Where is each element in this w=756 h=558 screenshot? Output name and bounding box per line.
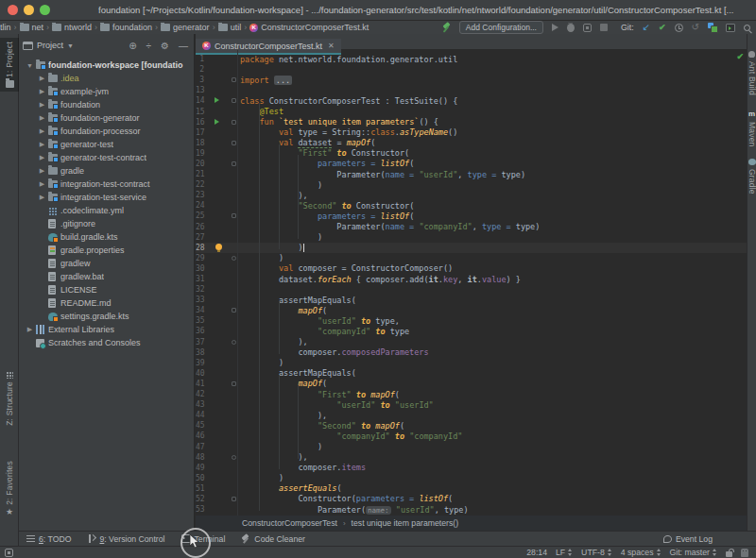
tree-item-example-jvm[interactable]: ▶example-jvm: [19, 85, 194, 98]
fold-marker-icon[interactable]: [232, 120, 236, 125]
code-line-39[interactable]: 39 ): [196, 358, 747, 368]
tree-item-external-libraries[interactable]: ▶External Libraries: [19, 323, 194, 336]
tree-item-generator-test-contract[interactable]: ▶generator-test-contract: [19, 151, 194, 164]
code-line-14[interactable]: 14class ConstructorComposerTest : TestSu…: [196, 95, 747, 106]
fold-marker-icon[interactable]: [232, 98, 236, 103]
breadcrumb-item[interactable]: generator: [161, 23, 210, 32]
tree-item-foundation-generator[interactable]: ▶foundation-generator: [19, 111, 194, 125]
tree-item-license[interactable]: LICENSE: [19, 283, 194, 296]
stripe-button-gradle[interactable]: Gradle: [747, 169, 756, 194]
code-line-15[interactable]: 15 @Test: [196, 106, 747, 116]
caret-position[interactable]: 28:14: [526, 548, 547, 557]
line-separator-selector[interactable]: LF: [556, 548, 573, 557]
run-test-icon[interactable]: [215, 97, 219, 103]
collapse-all-icon[interactable]: ÷: [146, 41, 152, 51]
chevron-right-icon[interactable]: ▶: [36, 194, 48, 201]
tree-item-foundation-processor[interactable]: ▶foundation-processor: [19, 125, 194, 138]
code-line-50[interactable]: 50 ): [196, 473, 747, 483]
code-line-30[interactable]: 30 val composer = ConstructorComposer(): [196, 263, 747, 274]
tool-window-switcher-icon[interactable]: [5, 549, 13, 557]
chevron-right-icon[interactable]: ▶: [36, 75, 48, 82]
hide-panel-icon[interactable]: —: [179, 41, 188, 51]
tree-item-scratches-and-consoles[interactable]: Scratches and Consoles: [19, 336, 194, 349]
tool-window-button-code-cleaner[interactable]: Code Cleaner: [241, 534, 305, 544]
code-line-53[interactable]: 53 Parameter(name: "userId", type): [196, 504, 747, 515]
code-line-3[interactable]: 3import ...: [196, 75, 747, 85]
stripe-button-structure[interactable]: Z: Structure: [0, 367, 19, 430]
breadcrumb-item[interactable]: foundation: [100, 23, 152, 32]
debug-icon[interactable]: [567, 24, 575, 32]
code-line-29[interactable]: 29 ): [196, 253, 747, 263]
fold-marker-icon[interactable]: [232, 77, 236, 82]
chevron-right-icon[interactable]: ▶: [36, 101, 48, 109]
chevron-down-icon[interactable]: ▼: [67, 42, 74, 49]
breadcrumb-item[interactable]: util: [218, 23, 242, 32]
tool-window-button-6-todo[interactable]: 6: TODO: [26, 534, 71, 544]
encoding-selector[interactable]: UTF-8: [581, 548, 612, 557]
code-line-13[interactable]: 13: [196, 85, 747, 95]
intention-bulb-icon[interactable]: [215, 244, 222, 250]
fold-marker-icon[interactable]: [232, 381, 236, 386]
lock-icon[interactable]: [726, 551, 732, 557]
tree-item-gradle[interactable]: ▶gradle: [19, 164, 194, 178]
stripe-button-project[interactable]: 1: Project: [0, 38, 19, 92]
tree-item-gradlew[interactable]: gradlew: [19, 257, 194, 270]
close-tab-icon[interactable]: ✕: [328, 42, 335, 50]
fold-marker-icon[interactable]: [232, 141, 236, 145]
fold-marker-icon[interactable]: [232, 213, 236, 218]
fold-marker-icon[interactable]: [232, 308, 236, 313]
stop-icon[interactable]: [600, 24, 608, 31]
editor-breadcrumb-item[interactable]: ConstructorComposerTest: [242, 518, 337, 528]
chevron-right-icon[interactable]: ▶: [36, 127, 48, 135]
chevron-right-icon[interactable]: ▶: [36, 141, 48, 148]
build-icon[interactable]: [441, 23, 452, 33]
code-line-32[interactable]: 32: [196, 284, 747, 295]
structure-popup-icon[interactable]: [708, 23, 717, 32]
rollback-icon[interactable]: ↺: [692, 23, 699, 32]
tree-item-integration-test-contract[interactable]: ▶integration-test-contract: [19, 178, 194, 191]
add-configuration-button[interactable]: Add Configuration...: [459, 21, 543, 34]
code-line-2[interactable]: 2: [196, 64, 747, 75]
console-icon[interactable]: [726, 24, 735, 32]
breadcrumb-item[interactable]: KConstructorComposerTest.kt: [249, 23, 369, 32]
tree-item-generator-test[interactable]: ▶generator-test: [19, 138, 194, 151]
close-window-button[interactable]: [8, 5, 18, 15]
breadcrumb-item[interactable]: tlin: [0, 23, 11, 32]
coverage-icon[interactable]: [583, 24, 592, 32]
locate-file-icon[interactable]: ⊕: [129, 41, 136, 51]
tree-item-gitignore[interactable]: .gitignore: [19, 217, 194, 230]
breadcrumb-item[interactable]: ntworld: [52, 23, 92, 32]
fold-marker-icon[interactable]: [232, 497, 236, 501]
history-icon[interactable]: [675, 24, 683, 32]
stripe-button-maven[interactable]: Maven: [747, 122, 756, 147]
maximize-window-button[interactable]: [40, 5, 50, 15]
update-project-icon[interactable]: ↙: [643, 23, 650, 32]
chevron-right-icon[interactable]: ▶: [36, 154, 48, 161]
fold-end-marker-icon[interactable]: [232, 340, 236, 345]
code-line-16[interactable]: 16 fun `test unique item parameters`() {: [196, 117, 747, 127]
code-line-17[interactable]: 17 val type = String::class.asTypeName(): [196, 127, 747, 138]
tree-item-idea[interactable]: ▶.idea: [19, 72, 194, 85]
search-everywhere-icon[interactable]: [744, 25, 750, 31]
tree-item-build-gradle-kts[interactable]: build.gradle.kts: [19, 230, 194, 244]
tree-item-integration-test-service[interactable]: ▶integration-test-service: [19, 191, 194, 204]
chevron-right-icon[interactable]: ▶: [36, 167, 48, 175]
run-icon[interactable]: [552, 24, 558, 31]
minimize-window-button[interactable]: [24, 5, 34, 15]
chevron-right-icon[interactable]: ▶: [36, 114, 48, 122]
tree-item-codeclimate-yml[interactable]: .codeclimate.yml: [19, 204, 194, 217]
gear-icon[interactable]: ⚙: [161, 41, 169, 51]
editor-breadcrumb-item[interactable]: test unique item parameters(): [352, 518, 458, 528]
stripe-button-ant-build[interactable]: Ant Build: [747, 61, 756, 95]
tree-item-gradlew-bat[interactable]: gradlew.bat: [19, 270, 194, 283]
tool-window-button-9-version-control[interactable]: 9: Version Control: [87, 534, 164, 544]
tree-item-readme-md[interactable]: README.md: [19, 296, 194, 310]
code-line-51[interactable]: 51 assertEquals(: [196, 483, 747, 494]
tree-item-settings-gradle-kts[interactable]: settings.gradle.kts: [19, 310, 194, 323]
code-area[interactable]: 1package net.ntworld.foundation.generato…: [196, 50, 747, 516]
tree-item-gradle-properties[interactable]: gradle.properties: [19, 244, 194, 257]
event-log-button[interactable]: Event Log: [663, 534, 713, 544]
tree-item-foundation[interactable]: ▶foundation: [19, 98, 194, 111]
fold-end-marker-icon[interactable]: [232, 455, 236, 460]
tree-item-foundation-workspace-foundatio[interactable]: ▼foundation-workspace [foundatio: [19, 59, 194, 72]
